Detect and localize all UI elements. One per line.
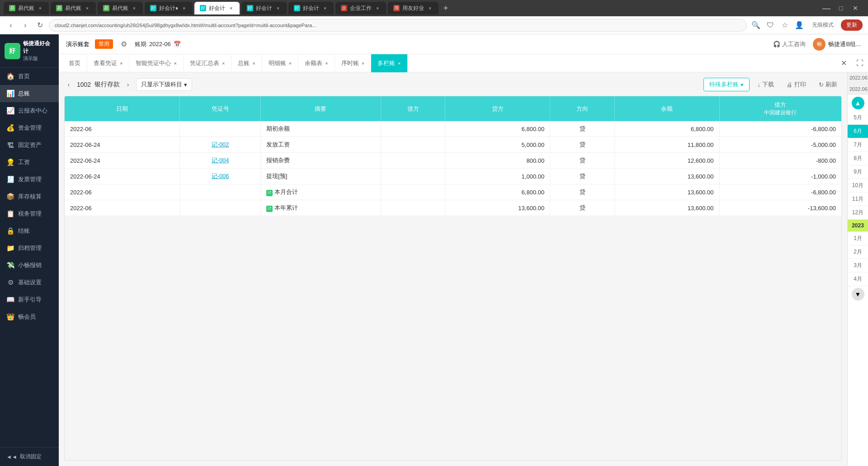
tab-close-multi-column[interactable]: × (398, 61, 401, 66)
voucher-link-1[interactable]: 记-002 (212, 141, 229, 148)
tab-close-8[interactable]: × (374, 5, 381, 11)
voucher-link-2[interactable]: 记-004 (212, 157, 229, 164)
sidebar-item-guide[interactable]: 📖 新手引导 (0, 291, 59, 308)
print-button[interactable]: 🖨 打印 (782, 78, 811, 91)
time-june[interactable]: 6月 (848, 125, 868, 138)
minimize-button[interactable]: — (821, 3, 832, 14)
calendar-icon[interactable]: 📅 (174, 41, 181, 47)
cell-voucher-1[interactable]: 记-002 (180, 137, 261, 153)
voucher-link-3[interactable]: 记-006 (212, 173, 229, 179)
time-apr[interactable]: 4月 (848, 273, 868, 286)
sidebar-item-ledger[interactable]: 📊 总账 (0, 85, 59, 102)
sidebar-item-settings[interactable]: ⚙ 基础设置 (0, 274, 59, 291)
sidebar-item-payroll[interactable]: 👷 工资 (0, 154, 59, 171)
sidebar-item-invoice[interactable]: 🧾 发票管理 (0, 171, 59, 188)
tab-close-smart-voucher[interactable]: × (174, 61, 176, 66)
sidebar-item-expense[interactable]: 💸 小畅报销 (0, 257, 59, 274)
tab-close-4[interactable]: × (181, 5, 187, 11)
expand-tab-icon[interactable]: ⛶ (852, 54, 868, 72)
url-bar[interactable]: cloud2.chanjet.com/accounting/uh26t264j5… (49, 19, 747, 32)
forward-button[interactable]: › (20, 20, 31, 31)
tab-close-general-ledger[interactable]: × (252, 61, 255, 66)
tab-home[interactable]: 首页 (62, 54, 87, 72)
shield-icon[interactable]: 🛡 (765, 20, 776, 31)
close-button[interactable]: × (850, 3, 861, 14)
next-account-button[interactable]: › (123, 80, 132, 89)
sidebar-item-reports[interactable]: 📈 云报表中心 (0, 102, 59, 119)
time-may[interactable]: 5月 (848, 111, 868, 125)
time-july[interactable]: 7月 (848, 138, 868, 152)
tab-close-sequence-ledger[interactable]: × (362, 61, 364, 66)
cell-direction-1: 贷 (550, 137, 615, 153)
tab-haokuaiji-3[interactable]: 好 好会计 × (288, 2, 334, 14)
tab-haokuaiji-1[interactable]: 好 好会计♦ × (145, 2, 193, 14)
new-tab-button[interactable]: + (440, 3, 451, 14)
tab-smart-voucher[interactable]: 智能凭证中心 × (129, 54, 183, 72)
sidebar-item-assets[interactable]: 🏗 固定资产 (0, 137, 59, 154)
tab-close-7[interactable]: × (322, 5, 328, 11)
download-button[interactable]: ↓ 下载 (753, 78, 779, 91)
star-icon[interactable]: ☆ (779, 20, 790, 31)
cell-extra-4: -6,800.00 (719, 184, 841, 200)
cell-voucher-3[interactable]: 记-006 (180, 169, 261, 184)
time-oct[interactable]: 10月 (848, 179, 868, 193)
tab-yidazhang-2[interactable]: 易 易代账 × (51, 2, 96, 14)
tab-close-detail-ledger[interactable]: × (289, 61, 292, 66)
maximize-button[interactable]: □ (835, 3, 846, 14)
refresh-nav-button[interactable]: ↻ (34, 20, 45, 31)
search-icon[interactable]: 🔍 (750, 20, 761, 31)
tab-view-voucher[interactable]: 查看凭证 × (87, 54, 129, 72)
tab-yidazhang-3[interactable]: 易 易代账 × (98, 2, 143, 14)
tab-close-1[interactable]: × (37, 5, 43, 11)
tab-close-9[interactable]: × (427, 5, 433, 11)
refresh-ledger-button[interactable]: ↻ 刷新 (814, 78, 842, 91)
prev-account-button[interactable]: ‹ (64, 80, 73, 89)
close-tab-icon[interactable]: ✕ (835, 54, 852, 72)
tab-detail-ledger[interactable]: 明细账 × (262, 54, 298, 72)
tab-close-5[interactable]: × (228, 5, 234, 11)
tab-general-ledger[interactable]: 总账 × (231, 54, 262, 72)
tab-voucher-summary[interactable]: 凭证汇总表 × (184, 54, 231, 72)
unpin-button[interactable]: ◄◄ 取消固定 (6, 453, 52, 461)
sidebar-item-tax[interactable]: 📋 税务管理 (0, 205, 59, 222)
tab-close-2[interactable]: × (84, 5, 90, 11)
update-button[interactable]: 更新 (841, 19, 863, 31)
tab-enterprise[interactable]: 企 企业工作 × (335, 2, 386, 14)
settings-gear-icon[interactable]: ⚙ (118, 39, 129, 50)
time-mar[interactable]: 3月 (848, 259, 868, 273)
tab-sequence-ledger[interactable]: 序时账 × (335, 54, 371, 72)
tab-close-view-voucher[interactable]: × (120, 61, 123, 66)
sidebar-item-archive[interactable]: 📁 归档管理 (0, 240, 59, 257)
time-dec[interactable]: 12月 (848, 206, 868, 220)
cell-voucher-2[interactable]: 记-004 (180, 153, 261, 169)
filter-dropdown[interactable]: 只显示下级科目 ▾ (136, 78, 192, 91)
sidebar-item-member[interactable]: 👑 畅会员 (0, 308, 59, 325)
tab-yidazhang-1[interactable]: 易 易代账 × (4, 2, 49, 14)
tab-close-6[interactable]: × (275, 5, 281, 11)
tab-close-3[interactable]: × (131, 5, 137, 11)
tab-haokuaiji-active[interactable]: 好 好会计 × (194, 2, 240, 14)
profile-icon[interactable]: 👤 (794, 20, 805, 31)
back-button[interactable]: ‹ (5, 20, 16, 31)
special-multi-button[interactable]: 特殊多栏账 ▾ (703, 78, 750, 91)
tab-youyou[interactable]: 用 用友好业 × (388, 2, 439, 14)
tab-balance-sheet[interactable]: 余额表 × (298, 54, 335, 72)
tab-multi-column[interactable]: 多栏账 × (371, 54, 407, 72)
time-year-2023[interactable]: 2023 (848, 220, 868, 232)
time-sep[interactable]: 9月 (848, 165, 868, 179)
sidebar-item-home[interactable]: 🏠 首页 (0, 68, 59, 85)
scroll-up-button[interactable]: ▲ (852, 97, 864, 109)
tab-close-voucher-summary[interactable]: × (222, 61, 225, 66)
tab-haokuaiji-2[interactable]: 好 好会计 × (241, 2, 287, 14)
consult-button[interactable]: 🎧 人工咨询 (773, 40, 806, 48)
tab-close-balance-sheet[interactable]: × (325, 61, 328, 66)
time-aug[interactable]: 8月 (848, 152, 868, 165)
time-nov[interactable]: 11月 (848, 193, 868, 206)
time-feb[interactable]: 2月 (848, 245, 868, 259)
wuhen-mode-button[interactable]: 无痕模式 (808, 19, 837, 31)
sidebar-item-finance[interactable]: 💰 资金管理 (0, 119, 59, 137)
sidebar-item-inventory[interactable]: 📦 库存核算 (0, 188, 59, 205)
sidebar-item-closing[interactable]: 🔒 结账 (0, 222, 59, 240)
time-jan[interactable]: 1月 (848, 232, 868, 245)
scroll-down-button[interactable]: ▼ (852, 288, 864, 301)
